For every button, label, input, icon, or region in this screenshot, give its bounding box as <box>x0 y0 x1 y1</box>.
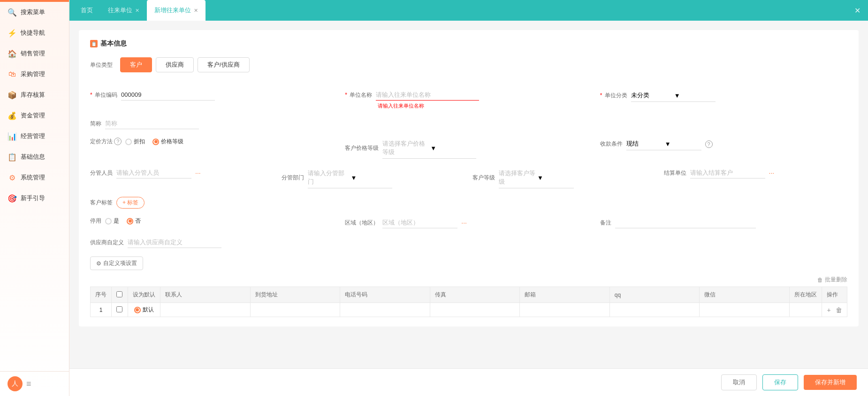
add-tag-button[interactable]: + 标签 <box>116 197 145 209</box>
category-dropdown[interactable]: 未分类 ▼ <box>631 89 716 102</box>
tab-new-partner-close[interactable]: ✕ <box>194 8 198 14</box>
cell-qq <box>609 303 700 317</box>
settlement-input[interactable] <box>690 167 765 179</box>
disabled-label: 停用 <box>90 217 101 225</box>
pricing-radio-level[interactable]: 价格等级 <box>152 138 183 146</box>
tab-home-label: 首页 <box>81 6 93 15</box>
default-radio[interactable]: 默认 <box>133 306 156 314</box>
name-input[interactable] <box>376 89 479 101</box>
short-name-group: 简称 <box>90 118 847 129</box>
sidebar-item-finance[interactable]: 💰 资金管理 <box>0 105 69 126</box>
sidebar-item-quick-nav[interactable]: ⚡ 快捷导航 <box>0 23 69 43</box>
contact-table: 序号 设为默认 联系人 到货地址 电话号码 传真 邮箱 qq 微信 所在地区 操… <box>90 287 847 317</box>
tab-partners[interactable]: 往来单位 ✕ <box>100 0 147 21</box>
payment-terms-dropdown[interactable]: 现结 ▼ <box>626 138 701 150</box>
category-group: * 单位分类 未分类 ▼ <box>600 89 847 102</box>
custom-settings-label: 自定义项设置 <box>103 259 137 267</box>
cell-action: + 🗑 <box>822 303 847 317</box>
tag-row: 客户标签 + 标签 <box>90 197 847 209</box>
sidebar-item-search[interactable]: 🔍 搜索菜单 <box>0 2 69 23</box>
money-icon: 💰 <box>8 111 17 120</box>
payment-terms-label: 收款条件 <box>600 140 623 148</box>
radio-circle-no <box>127 218 133 225</box>
department-placeholder: 请输入分管部门 <box>308 169 349 186</box>
tag-label: 客户标签 <box>90 199 113 207</box>
phone-input[interactable] <box>345 306 425 313</box>
payment-terms-help-icon[interactable]: ? <box>705 140 713 148</box>
email-input[interactable] <box>525 306 605 313</box>
sidebar-item-guide[interactable]: 🎯 新手引导 <box>0 188 69 209</box>
tab-home[interactable]: 首页 <box>73 0 100 21</box>
payment-terms-group: 收款条件 现结 ▼ ? <box>600 138 847 150</box>
delete-row-icon[interactable]: 🗑 <box>836 306 842 314</box>
section-title-text: 基本信息 <box>100 39 127 48</box>
supplier-custom-row: 供应商自定义 <box>90 237 847 248</box>
batch-delete-label[interactable]: 批量删除 <box>825 276 847 284</box>
pricing-radio-group: 折扣 价格等级 <box>125 138 183 146</box>
sidebar-item-operations[interactable]: 📊 经营管理 <box>0 126 69 147</box>
region-ellipsis[interactable]: ··· <box>461 219 467 226</box>
save-button[interactable]: 保存 <box>762 374 798 390</box>
home-icon: 🏠 <box>8 49 17 58</box>
tab-bar: 首页 往来单位 ✕ 新增往来单位 ✕ ✕ <box>69 0 868 21</box>
short-name-row: 简称 <box>90 118 847 129</box>
save-new-button[interactable]: 保存并新增 <box>804 375 857 390</box>
manager-ellipsis[interactable]: ··· <box>195 169 201 177</box>
search-icon: 🔍 <box>8 8 17 17</box>
pricing-radio-discount[interactable]: 折扣 <box>125 138 145 146</box>
code-input[interactable] <box>121 89 215 101</box>
manager-input[interactable] <box>116 167 191 179</box>
th-email: 邮箱 <box>520 287 610 303</box>
contact-input[interactable] <box>165 306 245 313</box>
add-row-icon[interactable]: + <box>827 306 831 314</box>
radio-circle-level <box>152 139 159 145</box>
settlement-ellipsis[interactable]: ··· <box>769 169 775 177</box>
th-wechat: 微信 <box>700 287 790 303</box>
customer-level-dropdown[interactable]: 请选择客户等级 ▼ <box>499 167 574 188</box>
fax-input[interactable] <box>435 306 515 313</box>
supplier-custom-input[interactable] <box>128 237 221 248</box>
manager-label: 分管人员 <box>90 169 113 177</box>
btn-supplier[interactable]: 供应商 <box>156 57 194 72</box>
custom-settings-button[interactable]: ⚙ 自定义项设置 <box>90 256 143 270</box>
region-input[interactable] <box>382 217 457 228</box>
category-value: 未分类 <box>631 91 672 100</box>
remark-input[interactable] <box>615 217 756 228</box>
btn-customer[interactable]: 客户 <box>120 57 152 72</box>
customer-level-placeholder: 请选择客户等级 <box>499 169 535 186</box>
target-icon: 🎯 <box>8 194 17 203</box>
customer-level-label: 客户等级 <box>472 174 495 182</box>
sidebar-item-basic-info[interactable]: 📋 基础信息 <box>0 147 69 167</box>
sidebar-item-system[interactable]: ⚙ 系统管理 <box>0 167 69 188</box>
bag-icon: 🛍 <box>8 70 17 79</box>
unit-type-row: 单位类型 客户 供应商 客户/供应商 <box>90 57 847 81</box>
tab-new-partner[interactable]: 新增往来单位 ✕ <box>147 0 206 21</box>
remark-group: 备注 <box>600 217 847 228</box>
wechat-input[interactable] <box>704 306 784 313</box>
short-name-input[interactable] <box>105 118 199 129</box>
pricing-group: 定价方法 ? 折扣 价格等级 <box>90 138 337 146</box>
btn-both[interactable]: 客户/供应商 <box>198 57 250 72</box>
tab-partners-close[interactable]: ✕ <box>135 8 139 14</box>
department-dropdown[interactable]: 请输入分管部门 ▼ <box>308 167 392 188</box>
disabled-radio-no[interactable]: 否 <box>127 217 141 225</box>
cancel-button[interactable]: 取消 <box>721 374 757 390</box>
sidebar-item-sales[interactable]: 🏠 销售管理 <box>0 43 69 64</box>
row-checkbox[interactable] <box>116 306 122 312</box>
window-close-button[interactable]: ✕ <box>851 6 864 15</box>
sidebar-item-inventory[interactable]: 📦 库存核算 <box>0 85 69 105</box>
disabled-radio-yes[interactable]: 是 <box>105 217 119 225</box>
payment-terms-value: 现结 <box>626 140 663 148</box>
pricing-row: 定价方法 ? 折扣 价格等级 <box>90 138 847 159</box>
main-area: 首页 往来单位 ✕ 新增往来单位 ✕ ✕ 📋 基本信息 单位类型 客户 <box>69 0 868 396</box>
remark-label: 备注 <box>600 219 611 227</box>
select-all-checkbox[interactable] <box>116 291 122 297</box>
address-input[interactable] <box>255 306 335 313</box>
sidebar-item-purchase[interactable]: 🛍 采购管理 <box>0 64 69 85</box>
customer-price-level-dropdown[interactable]: 请选择客户价格等级 ▼ <box>382 138 476 159</box>
default-radio-dot <box>136 308 139 311</box>
qq-input[interactable] <box>615 306 695 313</box>
th-region: 所在地区 <box>789 287 822 303</box>
pricing-help-icon[interactable]: ? <box>114 138 122 145</box>
manager-row: 分管人员 ··· 分管部门 请输入分管部门 ▼ 客户等级 请选择客户等级 <box>90 167 847 188</box>
